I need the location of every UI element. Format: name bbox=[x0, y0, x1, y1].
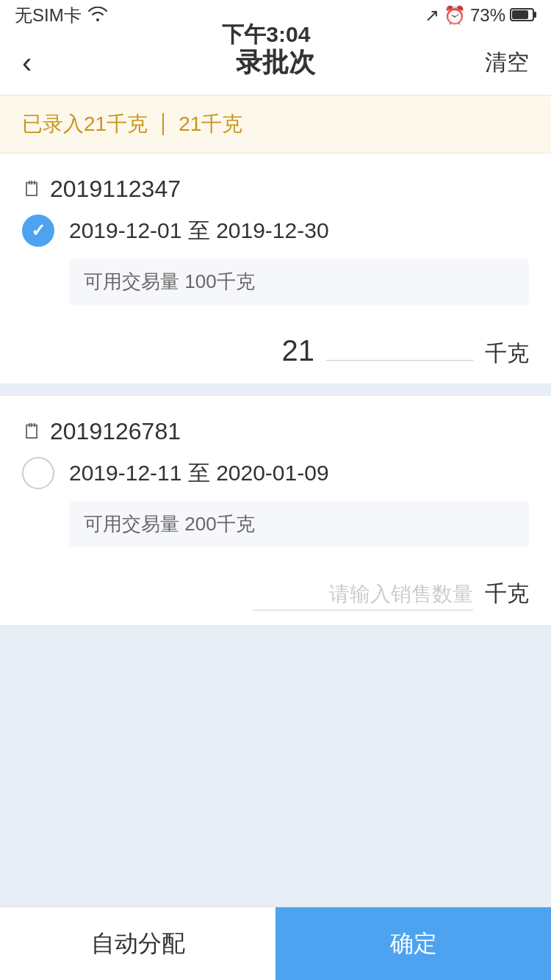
bottom-bar: 自动分配 确定 bbox=[0, 907, 551, 980]
back-button[interactable]: ‹ bbox=[22, 46, 32, 79]
batch1-icon: 🗒 bbox=[22, 177, 43, 201]
batch-divider bbox=[0, 384, 551, 396]
recorded-amount: 已录入21千克 bbox=[22, 110, 148, 138]
batch2-quantity-input[interactable] bbox=[253, 577, 473, 610]
batch2-date-range: 2019-12-11 至 2020-01-09 bbox=[69, 458, 329, 489]
batch1-row: 2019-12-01 至 2019-12-30 bbox=[22, 215, 529, 247]
batch1-availability: 可用交易量 100千克 bbox=[69, 259, 529, 305]
battery-text: 73% bbox=[470, 5, 505, 26]
batch1-quantity-value: 21 bbox=[282, 334, 315, 367]
batch2-unit: 千克 bbox=[485, 579, 529, 609]
batch2-id: 2019126781 bbox=[50, 418, 181, 445]
wifi-icon bbox=[87, 5, 108, 26]
batch1-date-range: 2019-12-01 至 2019-12-30 bbox=[69, 216, 329, 246]
banner-divider bbox=[162, 113, 164, 135]
clear-button[interactable]: 清空 bbox=[485, 48, 529, 78]
batch-item-1: 🗒 2019112347 2019-12-01 至 2019-12-30 可用交… bbox=[0, 154, 551, 320]
batch2-input-row: 千克 bbox=[0, 562, 551, 626]
page-title: 录批次 bbox=[236, 45, 315, 81]
batch-item-2: 🗒 2019126781 2019-12-11 至 2020-01-09 可用交… bbox=[0, 396, 551, 562]
batch1-header: 🗒 2019112347 bbox=[22, 176, 529, 203]
batch2-availability: 可用交易量 200千克 bbox=[69, 501, 529, 547]
svg-rect-1 bbox=[534, 12, 536, 18]
status-bar: 无SIM卡 下午3:04 ↗ ⏰ 73% bbox=[0, 0, 551, 31]
batch2-row: 2019-12-11 至 2020-01-09 bbox=[22, 457, 529, 489]
auto-distribute-button[interactable]: 自动分配 bbox=[0, 907, 276, 980]
batch1-id: 2019112347 bbox=[50, 176, 181, 203]
alarm-icon: ⏰ bbox=[444, 5, 466, 26]
confirm-button[interactable]: 确定 bbox=[276, 907, 551, 980]
batch1-underline bbox=[326, 360, 473, 361]
content-area: 🗒 2019112347 2019-12-01 至 2019-12-30 可用交… bbox=[0, 154, 551, 980]
batch2-radio[interactable] bbox=[22, 457, 54, 489]
carrier-text: 无SIM卡 bbox=[15, 4, 82, 27]
batch1-quantity-row: 21 千克 bbox=[0, 320, 551, 384]
status-right: ↗ ⏰ 73% bbox=[425, 5, 536, 26]
total-amount: 21千克 bbox=[179, 110, 242, 138]
empty-area bbox=[0, 626, 551, 934]
batch2-icon: 🗒 bbox=[22, 419, 43, 444]
status-left: 无SIM卡 bbox=[15, 4, 108, 27]
battery-icon bbox=[510, 5, 536, 26]
batch2-header: 🗒 2019126781 bbox=[22, 418, 529, 445]
svg-rect-2 bbox=[512, 10, 528, 19]
location-icon: ↗ bbox=[425, 5, 439, 26]
info-banner: 已录入21千克 21千克 bbox=[0, 96, 551, 154]
batch1-unit: 千克 bbox=[485, 339, 529, 369]
batch1-radio[interactable] bbox=[22, 215, 54, 247]
